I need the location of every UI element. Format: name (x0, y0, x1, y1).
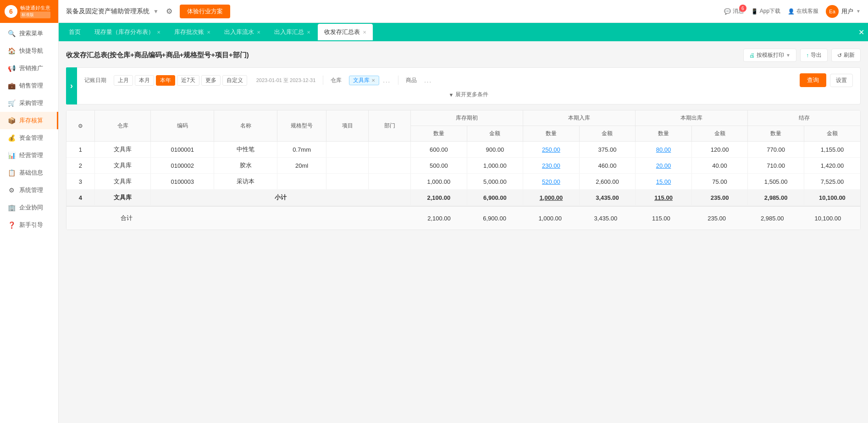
gear-icon: ⚙ (78, 123, 83, 129)
sidebar-item-search[interactable]: 🔍 搜索菜单 (0, 25, 58, 42)
th-opening-amt: 金额 (467, 126, 523, 142)
sidebar-item-finance[interactable]: 💰 资金管理 (0, 129, 58, 147)
warehouse-more[interactable]: ... (383, 77, 391, 84)
logo-main-text: 畅捷通好生意 (20, 5, 50, 11)
user-dropdown-icon: ▼ (856, 9, 861, 14)
message-badge: 6 (739, 5, 746, 12)
date-btns: 上月 本月 本年 近7天 更多 自定义 (114, 75, 247, 86)
warehouse-tag[interactable]: 文具库 ✕ (349, 76, 379, 85)
settings-icon[interactable]: ⚙ (166, 7, 172, 16)
print-dropdown-icon: ▼ (786, 53, 791, 58)
data-table-container: ⚙ 仓库 编码 名称 (66, 110, 861, 230)
refresh-btn[interactable]: ↺ 刷新 (831, 49, 861, 62)
footer-cell-6 (370, 210, 411, 226)
cell-balance-amt: 1,155.00 (804, 142, 860, 158)
sidebar-item-sales[interactable]: 💼 销售管理 (0, 77, 58, 94)
tab-inout-flow-close[interactable]: ✕ (257, 30, 260, 35)
cell-in-qty[interactable]: 520.00 (523, 174, 580, 190)
logo-icon: 6 (5, 5, 17, 18)
goods-more[interactable]: ... (424, 77, 432, 84)
cell-in-qty[interactable]: 250.00 (523, 142, 580, 158)
sidebar-item-enterprise[interactable]: 🏢 企业协同 (0, 199, 58, 216)
service-label: 在线客服 (796, 7, 818, 15)
sidebar-item-newbie[interactable]: ❓ 新手引导 (0, 216, 58, 234)
th-opening-qty: 数量 (411, 126, 467, 142)
online-service-btn[interactable]: 👤 在线客服 (788, 7, 818, 15)
cell-out-qty[interactable]: 15.00 (636, 174, 692, 190)
cell-balance-amt: 1,420.00 (804, 158, 860, 174)
subtotal-out-qty[interactable]: 115.00 (636, 190, 692, 206)
setting-btn[interactable]: 设置 (830, 74, 853, 87)
app-download-label: App下载 (760, 7, 780, 15)
footer-cell-13: 2,985.00 (745, 210, 800, 226)
goods-label: 商品 (406, 77, 417, 84)
print-btn[interactable]: 🖨 按模板打印 ▼ (743, 49, 796, 62)
newbie-icon: ❓ (7, 221, 16, 229)
th-dept: 部门 (369, 110, 411, 142)
warehouse-tag-close[interactable]: ✕ (371, 78, 375, 83)
user-area[interactable]: Ea 用户 ▼ (826, 5, 861, 18)
subtotal-in-qty[interactable]: 1,000.00 (523, 190, 580, 206)
tab-inventory-dist-close[interactable]: ✕ (157, 30, 160, 35)
th-opening: 库存期初 (411, 110, 523, 126)
date-btn-more[interactable]: 更多 (201, 75, 221, 86)
sidebar-item-purchase[interactable]: 🛒 采购管理 (0, 94, 58, 112)
cell-spec: 0.7mm (277, 142, 326, 158)
footer-cell-14: 10,100.00 (800, 210, 856, 226)
sidebar-item-business[interactable]: 📊 经营管理 (0, 147, 58, 164)
date-btn-7days[interactable]: 近7天 (177, 75, 199, 86)
sidebar-item-quick-nav[interactable]: 🏠 快捷导航 (0, 42, 58, 60)
sidebar-item-label: 搜索菜单 (19, 29, 43, 38)
tab-batch[interactable]: 库存批次账 ✕ (168, 24, 217, 40)
content-area: 收发存汇总表(按仓库+商品编码+商品+规格型号+项目+部门) 🖨 按模板打印 ▼… (59, 41, 868, 423)
tab-recv-send-close[interactable]: ✕ (363, 30, 366, 35)
message-btn[interactable]: 💬 消息 6 (724, 7, 744, 15)
refresh-icon: ↺ (837, 52, 842, 59)
cell-dept (369, 142, 411, 158)
tab-home-label: 首页 (69, 28, 81, 36)
dropdown-icon[interactable]: ▼ (153, 8, 159, 15)
cell-project (326, 158, 369, 174)
subtotal-warehouse: 文具库 (94, 190, 151, 206)
date-btn-last-month[interactable]: 上月 (114, 75, 133, 86)
date-btn-this-month[interactable]: 本月 (135, 75, 154, 86)
th-settings[interactable]: ⚙ (66, 110, 94, 142)
tab-inout-summary-close[interactable]: ✕ (307, 30, 310, 35)
tab-recv-send-summary[interactable]: 收发存汇总表 ✕ (318, 24, 373, 40)
tab-home[interactable]: 首页 (62, 24, 87, 40)
tab-batch-label: 库存批次账 (174, 28, 204, 36)
cell-code: 0100003 (151, 174, 214, 190)
expand-more-btn[interactable]: ▼ 展开更多条件 (449, 91, 489, 99)
date-btn-custom[interactable]: 自定义 (222, 75, 247, 86)
tab-inout-summary-label: 出入库汇总 (274, 28, 304, 36)
query-btn[interactable]: 查询 (800, 73, 826, 87)
sidebar-item-system[interactable]: ⚙ 系统管理 (0, 181, 58, 199)
cell-name: 中性笔 (214, 142, 277, 158)
sidebar-item-inventory[interactable]: 📦 库存核算 (0, 112, 58, 129)
export-btn[interactable]: ↑ 导出 (800, 49, 828, 62)
tab-batch-close[interactable]: ✕ (207, 30, 210, 35)
cell-opening-amt: 900.00 (467, 142, 523, 158)
filter-divider2 (398, 76, 398, 85)
cell-out-qty[interactable]: 20.00 (636, 158, 692, 174)
cell-seq: 3 (66, 174, 94, 190)
sidebar-item-marketing[interactable]: 📢 营销推广 (0, 60, 58, 77)
cell-in-qty[interactable]: 230.00 (523, 158, 580, 174)
cell-balance-qty: 770.00 (748, 142, 804, 158)
app-download-btn[interactable]: 📱 App下载 (751, 7, 780, 15)
tab-inout-flow[interactable]: 出入库流水 ✕ (218, 24, 267, 40)
cell-opening-qty: 600.00 (411, 142, 467, 158)
th-spec: 规格型号 (277, 110, 326, 142)
filter-side-toggle[interactable]: › (66, 67, 77, 104)
sidebar-item-basic[interactable]: 📋 基础信息 (0, 164, 58, 181)
tab-inventory-dist[interactable]: 现存量（库存分布表） ✕ (88, 24, 167, 40)
tab-inout-summary[interactable]: 出入库汇总 ✕ (268, 24, 317, 40)
try-btn[interactable]: 体验行业方案 (180, 5, 230, 18)
tabs-close-all[interactable]: ✕ (858, 28, 864, 37)
cell-opening-amt: 1,000.00 (467, 158, 523, 174)
cell-in-amt: 460.00 (579, 158, 636, 174)
cell-name: 采访本 (214, 174, 277, 190)
date-btn-this-year[interactable]: 本年 (156, 75, 175, 86)
footer-cell-9: 1,000.00 (522, 210, 578, 226)
cell-out-qty[interactable]: 80.00 (636, 142, 692, 158)
